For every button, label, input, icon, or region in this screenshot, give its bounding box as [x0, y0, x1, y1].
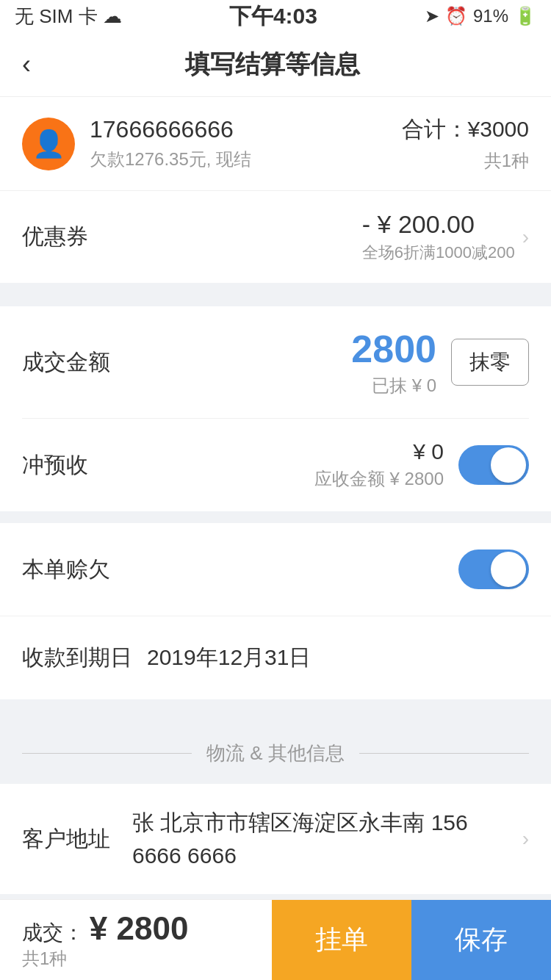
address-label: 客户地址 — [22, 824, 110, 854]
sim-label: 无 SIM 卡 ☁ — [15, 4, 122, 29]
chevron-right-icon: › — [522, 226, 529, 249]
bottom-deal-label: 成交： — [22, 921, 84, 944]
separator-3 — [0, 711, 551, 723]
amount-value-wrap: 2800 已抹 ¥ 0 — [351, 327, 436, 397]
prepay-label: 冲预收 — [22, 450, 88, 480]
bottom-bar: 成交： ¥ 2800 共1种 挂单 保存 — [0, 899, 551, 980]
bottom-deal-row: 成交： ¥ 2800 — [22, 910, 250, 947]
coupon-row[interactable]: 优惠券 - ¥ 200.00 全场6折满1000减200 › — [0, 190, 551, 283]
coupon-label: 优惠券 — [22, 222, 88, 252]
logistics-divider: 物流 & 其他信息 — [0, 723, 551, 784]
divider-line-right — [359, 753, 529, 754]
alarm-icon: ⏰ — [445, 6, 467, 26]
prepay-amount: ¥ 0 — [314, 439, 444, 464]
separator-1 — [0, 295, 551, 306]
customer-right: 合计：¥3000 共1种 — [402, 115, 529, 173]
bottom-summary: 成交： ¥ 2800 共1种 — [0, 910, 272, 970]
duedate-row: 收款到期日 2019年12月31日 — [0, 616, 551, 699]
round-button[interactable]: 抹零 — [451, 339, 529, 386]
amount-section: 成交金额 2800 已抹 ¥ 0 抹零 冲预收 ¥ 0 应收金额 ¥ 2800 — [0, 306, 551, 511]
credit-toggle[interactable] — [458, 550, 529, 589]
save-button[interactable]: 保存 — [411, 900, 551, 981]
customer-left: 👤 17666666666 欠款1276.35元, 现结 — [22, 116, 251, 171]
location-icon: ➤ — [425, 6, 439, 26]
divider-line-left — [22, 753, 192, 754]
logistics-label: 物流 & 其他信息 — [206, 741, 345, 766]
status-right: ➤ ⏰ 91% 🔋 — [425, 6, 536, 26]
credit-section: 本单赊欠 收款到期日 2019年12月31日 — [0, 523, 551, 699]
prepay-amount-wrap: ¥ 0 应收金额 ¥ 2800 — [314, 439, 444, 491]
hang-button[interactable]: 挂单 — [272, 900, 411, 981]
bottom-deal-amount: ¥ 2800 — [90, 910, 189, 946]
bottom-count: 共1种 — [22, 947, 250, 970]
amount-label: 成交金额 — [22, 347, 110, 378]
customer-row: 👤 17666666666 欠款1276.35元, 现结 合计：¥3000 共1… — [0, 97, 551, 190]
prepay-toggle[interactable] — [458, 445, 529, 485]
page-title: 填写结算等信息 — [46, 48, 500, 82]
duedate-label: 收款到期日 — [22, 643, 132, 673]
coupon-detail: 全场6折满1000减200 — [362, 242, 515, 264]
toggle-knob-credit — [491, 552, 526, 587]
amount-value: 2800 — [351, 327, 436, 371]
address-chevron-icon: › — [522, 827, 529, 851]
customer-phone: 17666666666 — [90, 116, 251, 143]
amount-row: 成交金额 2800 已抹 ¥ 0 抹零 — [22, 306, 529, 419]
coupon-discount: - ¥ 200.00 — [362, 210, 515, 239]
prepay-right: ¥ 0 应收金额 ¥ 2800 — [314, 439, 529, 491]
status-bar: 无 SIM 卡 ☁ 下午4:03 ➤ ⏰ 91% 🔋 — [0, 0, 551, 32]
status-left: 无 SIM 卡 ☁ — [15, 4, 122, 29]
total-count: 共1种 — [402, 149, 529, 173]
customer-info: 17666666666 欠款1276.35元, 现结 — [90, 116, 251, 171]
battery-label: 91% — [473, 6, 508, 26]
amount-right: 2800 已抹 ¥ 0 抹零 — [351, 327, 529, 397]
customer-debt: 欠款1276.35元, 现结 — [90, 148, 251, 171]
credit-label: 本单赊欠 — [22, 555, 110, 585]
duedate-value: 2019年12月31日 — [147, 643, 311, 673]
address-row[interactable]: 客户地址 张 北京市市辖区海淀区永丰南 156 6666 6666 › — [0, 784, 551, 894]
avatar: 👤 — [22, 118, 75, 170]
prepay-row: 冲预收 ¥ 0 应收金额 ¥ 2800 — [22, 419, 529, 511]
address-value: 张 北京市市辖区海淀区永丰南 156 6666 6666 — [132, 806, 522, 872]
total-amount: 合计：¥3000 — [402, 115, 529, 145]
back-button[interactable]: ‹ — [22, 49, 46, 80]
address-section: 客户地址 张 北京市市辖区海淀区永丰南 156 6666 6666 › — [0, 784, 551, 894]
separator-2 — [0, 511, 551, 523]
prepay-receivable: 应收金额 ¥ 2800 — [314, 467, 444, 491]
nav-bar: ‹ 填写结算等信息 — [0, 32, 551, 97]
battery-icon: 🔋 — [514, 6, 536, 26]
customer-section: 👤 17666666666 欠款1276.35元, 现结 合计：¥3000 共1… — [0, 97, 551, 283]
amount-erased: 已抹 ¥ 0 — [351, 374, 436, 397]
toggle-knob-prepay — [491, 447, 526, 483]
coupon-value-wrap: - ¥ 200.00 全场6折满1000减200 — [362, 210, 515, 264]
coupon-right: - ¥ 200.00 全场6折满1000减200 › — [362, 210, 529, 264]
credit-row: 本单赊欠 — [0, 523, 551, 616]
status-time: 下午4:03 — [229, 1, 317, 32]
